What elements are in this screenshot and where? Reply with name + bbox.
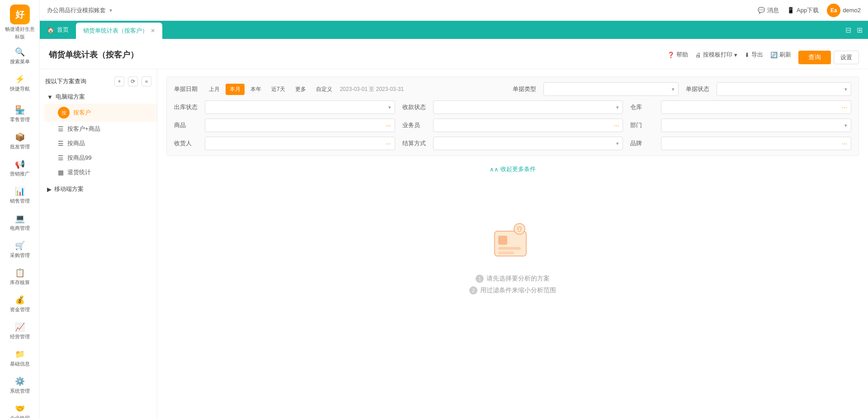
filter-area: 单据日期 上月 本月 本年 近7天 更多 自定义 20 — [166, 76, 859, 156]
warehouse-dots: ··· — [842, 104, 847, 111]
tab-close-icon[interactable]: ✕ — [151, 28, 155, 34]
svg-rect-1 — [498, 236, 507, 245]
receiver-input[interactable]: ··· — [205, 137, 395, 150]
sidebar-item-quick-nav[interactable]: ⚡ 快捷导航 — [0, 70, 39, 97]
date-label: 单据日期 — [174, 85, 201, 93]
sidebar-item-search[interactable]: 🔍 搜索菜单 — [0, 43, 39, 70]
collapse-button[interactable]: ∧∧ 收起更多条件 — [166, 162, 859, 177]
print-dropdown-arrow[interactable]: ▾ — [734, 52, 737, 58]
tree-item-customer[interactable]: 按 按客户 — [44, 104, 157, 122]
page-header: 销货单统计表（按客户） ❓ 帮助 🖨 按模板打印 ▾ ⬇ 导出 — [40, 39, 868, 69]
print-button[interactable]: 🖨 按模板打印 ▾ — [695, 51, 737, 59]
app-subname: 标版 — [15, 33, 25, 40]
date-tab-7days[interactable]: 近7天 — [267, 84, 289, 95]
sidebar-item-label: 库存核算 — [10, 279, 30, 286]
export-button[interactable]: ⬇ 导出 — [745, 51, 763, 59]
svg-point-6 — [520, 229, 522, 230]
brand-input[interactable]: ··· — [661, 137, 851, 150]
date-tab-this-year[interactable]: 本年 — [246, 84, 265, 95]
tab-home[interactable]: 🏠 首页 — [40, 21, 76, 39]
sidebar-item-enterprise[interactable]: 🤝 企业协同 — [0, 399, 39, 418]
department-input[interactable]: ▾ — [661, 119, 851, 132]
sidebar-item-ecommerce[interactable]: 💻 电商管理 — [0, 209, 39, 236]
tree-item-goods99[interactable]: ☰ 按商品99 — [44, 151, 157, 165]
add-scheme-button[interactable]: + — [114, 76, 124, 86]
receiver-label: 收货人 — [174, 139, 201, 147]
date-tab-custom[interactable]: 自定义 — [312, 84, 336, 95]
enterprise-icon: 🤝 — [15, 404, 25, 413]
topbar-left: 办公用品行业模拟账套 ▾ — [47, 6, 112, 14]
customer-icon-text: 按 — [61, 109, 66, 116]
marketing-icon: 📢 — [15, 159, 25, 169]
tree-item-return-stats[interactable]: ▦ 退货统计 — [44, 165, 157, 180]
app-download-label: App下载 — [797, 6, 819, 14]
sidebar-item-label: 批发管理 — [10, 143, 30, 150]
sidebar-item-basic[interactable]: 📁 基础信息 — [0, 345, 39, 372]
maximize-icon[interactable]: ⊞ — [857, 26, 863, 34]
sidebar-item-marketing[interactable]: 📢 营销推广 — [0, 155, 39, 182]
query-button[interactable]: 查询 — [798, 51, 831, 64]
sidebar-item-operations[interactable]: 📈 经营管理 — [0, 318, 39, 345]
chevron-right-icon: ▶ — [47, 186, 52, 193]
tree-item-customer-goods[interactable]: ☰ 按客户+商品 — [44, 122, 157, 136]
settings-button[interactable]: 设置 — [834, 51, 859, 64]
message-button[interactable]: 💬 消息 — [758, 6, 779, 14]
sidebar-item-finance[interactable]: 💰 资金管理 — [0, 290, 39, 318]
payment-method-field: 结算方式 ▾ — [402, 137, 623, 150]
sidebar-item-inventory[interactable]: 📋 库存核算 — [0, 263, 39, 290]
refresh-button[interactable]: 🔄 刷新 — [770, 51, 791, 59]
goods-input[interactable]: ··· — [205, 119, 395, 132]
company-dropdown-arrow[interactable]: ▾ — [109, 7, 112, 14]
chart-icon: ▦ — [58, 169, 64, 176]
out-status-arrow: ▾ — [388, 104, 391, 110]
payment-status-input[interactable]: ▾ — [433, 100, 623, 114]
svg-point-4 — [514, 223, 525, 234]
order-status-label: 单据状态 — [686, 85, 713, 93]
sidebar-item-wholesale[interactable]: 📦 批发管理 — [0, 128, 39, 155]
minimize-icon[interactable]: ⊟ — [845, 26, 851, 34]
tree-item-label: 退货统计 — [67, 168, 91, 176]
retail-icon: 🏪 — [15, 105, 25, 115]
tab-report[interactable]: 销货单统计表（按客户） ✕ — [76, 23, 162, 39]
page-title: 销货单统计表（按客户） — [49, 49, 138, 60]
help-button[interactable]: ❓ 帮助 — [667, 51, 688, 59]
date-tab-this-month[interactable]: 本月 — [226, 84, 245, 95]
brand-dots: ··· — [842, 140, 847, 147]
sidebar-item-purchase[interactable]: 🛒 采购管理 — [0, 236, 39, 263]
app-download-button[interactable]: 📱 App下载 — [787, 6, 819, 14]
chevron-up-icon: ∧∧ — [490, 166, 499, 173]
warehouse-input[interactable]: ··· — [661, 100, 851, 114]
order-type-input[interactable]: ▾ — [543, 82, 679, 96]
date-tab-last-month[interactable]: 上月 — [205, 84, 224, 95]
operations-icon: 📈 — [15, 322, 25, 332]
user-profile[interactable]: Ea demo2 — [827, 4, 861, 17]
order-status-input[interactable]: ▾ — [717, 82, 852, 96]
wholesale-icon: 📦 — [15, 132, 25, 142]
download-icon: 📱 — [787, 7, 794, 14]
date-tabs: 上月 本月 本年 近7天 更多 自定义 — [205, 84, 336, 95]
sidebar-item-retail[interactable]: 🏪 零售管理 — [0, 100, 39, 128]
date-range: 2023-03-01 至 2023-03-31 — [340, 86, 404, 93]
order-type-field: 单据类型 ▾ — [513, 82, 679, 96]
payment-method-input[interactable]: ▾ — [433, 137, 623, 150]
department-arrow: ▾ — [844, 123, 847, 128]
tree-item-goods[interactable]: ☰ 按商品 — [44, 136, 157, 151]
refresh-scheme-button[interactable]: ⟳ — [128, 76, 138, 86]
salesperson-input[interactable]: ··· — [433, 119, 623, 132]
sidebar-item-system[interactable]: ⚙️ 系统管理 — [0, 372, 39, 399]
sidebar-item-sales[interactable]: 📊 销售管理 — [0, 182, 39, 209]
tab-report-label: 销货单统计表（按客户） — [83, 27, 148, 35]
tree-desktop-label: 电脑端方案 — [56, 93, 85, 101]
tree-desktop-header[interactable]: ▼ 电脑端方案 — [40, 90, 157, 104]
date-tab-more[interactable]: 更多 — [291, 84, 310, 95]
hint-num-2: 2 — [469, 286, 477, 294]
out-status-input[interactable]: ▾ — [205, 100, 395, 114]
system-icon: ⚙️ — [15, 376, 25, 386]
refresh-label: 刷新 — [779, 51, 791, 59]
main-area: 办公用品行业模拟账套 ▾ 💬 消息 📱 App下载 Ea demo2 🏠 首页 — [40, 0, 868, 418]
customer-icon-circle: 按 — [58, 107, 70, 119]
collapse-panel-button[interactable]: « — [142, 76, 151, 86]
department-label: 部门 — [630, 121, 657, 129]
tree-mobile-header[interactable]: ▶ 移动端方案 — [40, 182, 157, 196]
filter-row-4: 收货人 ··· 结算方式 ▾ — [174, 137, 851, 150]
